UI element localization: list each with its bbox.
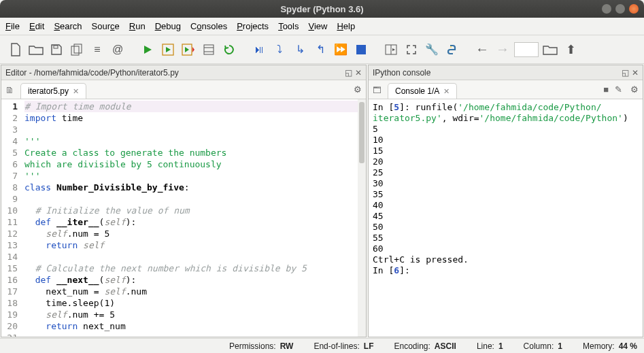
- gutter: 12345678910111213141516171819202122: [1, 99, 22, 337]
- main-area: Editor - /home/fahmida/code/Python/itera…: [0, 64, 644, 338]
- menu-view[interactable]: View: [308, 21, 327, 31]
- svg-rect-0: [54, 46, 58, 48]
- menu-projects[interactable]: Projects: [237, 21, 269, 31]
- list-icon[interactable]: ≡: [88, 41, 106, 58]
- editor-scrollbar[interactable]: [358, 99, 366, 337]
- svg-rect-5: [204, 45, 214, 54]
- menu-help[interactable]: Help: [337, 21, 355, 31]
- code-body[interactable]: # Import time moduleimport time'''Create…: [22, 99, 366, 337]
- console-list-icon[interactable]: 🗔: [373, 85, 382, 95]
- maximize-pane-icon[interactable]: [403, 41, 420, 58]
- pane-close-icon[interactable]: ✕: [632, 68, 639, 78]
- menu-run[interactable]: Run: [129, 21, 146, 31]
- svg-rect-6: [356, 45, 366, 54]
- preferences-icon[interactable]: 🔧: [423, 41, 441, 58]
- pane-undock-icon[interactable]: ◱: [345, 68, 352, 78]
- status-eol-value: LF: [364, 341, 374, 351]
- code-editor[interactable]: 12345678910111213141516171819202122 # Im…: [1, 99, 366, 337]
- pane-undock-icon[interactable]: ◱: [622, 68, 629, 78]
- editor-tab-label: iterator5.py: [28, 86, 69, 96]
- window-titlebar: Spyder (Python 3.6): [0, 0, 644, 18]
- menu-tools[interactable]: Tools: [278, 21, 299, 31]
- run-selection-icon[interactable]: [200, 41, 218, 58]
- debug-icon[interactable]: ⏯: [250, 41, 268, 58]
- svg-point-8: [450, 46, 452, 48]
- tab-list-icon[interactable]: 🗎: [5, 85, 14, 95]
- console-output[interactable]: In [5]: runfile('/home/fahmida/code/Pyth…: [369, 99, 643, 337]
- menubar: File Edit Search Source Run Debug Consol…: [0, 18, 644, 35]
- menu-debug[interactable]: Debug: [155, 21, 181, 31]
- status-mem-label: Memory:: [583, 341, 615, 351]
- status-col-value: 1: [558, 341, 562, 351]
- open-folder-icon[interactable]: [27, 41, 45, 58]
- continue-icon[interactable]: ⏩: [332, 41, 350, 58]
- status-line-label: Line:: [477, 341, 494, 351]
- window-controls: [602, 4, 639, 14]
- step-into-icon[interactable]: ↳: [291, 41, 309, 58]
- status-perm-value: RW: [280, 341, 294, 351]
- stop-debug-icon[interactable]: [352, 41, 370, 58]
- editor-pane-title: Editor - /home/fahmida/code/Python/itera…: [1, 65, 366, 80]
- new-file-icon[interactable]: [7, 41, 24, 58]
- menu-source[interactable]: Source: [92, 21, 120, 31]
- toolbar: ≡ @ ⏯ ⤵ ↳ ↰ ⏩ 🔧 ← → ⬆: [0, 35, 644, 64]
- step-over-icon[interactable]: ⤵: [271, 41, 288, 58]
- editor-tab[interactable]: iterator5.py ✕: [20, 83, 86, 99]
- console-stop-icon[interactable]: ■: [603, 84, 609, 95]
- pane-close-icon[interactable]: ✕: [355, 68, 362, 78]
- console-tab[interactable]: Console 1/A ✕: [388, 83, 457, 99]
- step-out-icon[interactable]: ↰: [311, 41, 329, 58]
- status-enc-value: ASCII: [435, 341, 456, 351]
- status-mem-value: 44 %: [619, 341, 637, 351]
- console-tab-label: Console 1/A: [395, 86, 439, 96]
- close-tab-icon[interactable]: ✕: [73, 87, 79, 96]
- maximize-icon[interactable]: [615, 4, 625, 14]
- close-console-tab-icon[interactable]: ✕: [443, 87, 450, 96]
- window-title: Spyder (Python 3.6): [0, 4, 644, 14]
- run-icon[interactable]: [139, 41, 156, 58]
- menu-edit[interactable]: Edit: [29, 21, 44, 31]
- console-options-icon[interactable]: ⚙: [630, 84, 639, 95]
- status-col-label: Column:: [524, 341, 554, 351]
- console-pane: IPython console ◱✕ 🗔 Console 1/A ✕ ■ ✎ ⚙…: [368, 65, 643, 337]
- console-pane-title: IPython console ◱✕: [369, 65, 643, 80]
- menu-consoles[interactable]: Consoles: [190, 21, 227, 31]
- workdir-select[interactable]: [514, 42, 539, 57]
- back-icon[interactable]: ←: [473, 41, 491, 58]
- status-perm-label: Permissions:: [229, 341, 276, 351]
- save-all-icon[interactable]: [68, 41, 86, 58]
- status-line-value: 1: [498, 341, 503, 351]
- svg-rect-1: [71, 46, 79, 55]
- python-path-icon[interactable]: [443, 41, 461, 58]
- editor-path-label: Editor - /home/fahmida/code/Python/itera…: [5, 68, 179, 78]
- close-icon[interactable]: [629, 4, 639, 14]
- browse-dir-icon[interactable]: [541, 41, 559, 58]
- console-clear-icon[interactable]: ✎: [615, 84, 622, 95]
- run-cell-advance-icon[interactable]: [180, 41, 197, 58]
- tab-options-icon[interactable]: ⚙: [354, 84, 362, 95]
- editor-tabrow: 🗎 iterator5.py ✕ ⚙: [1, 80, 366, 99]
- console-tabrow: 🗔 Console 1/A ✕ ■ ✎ ⚙: [369, 80, 643, 99]
- menu-search[interactable]: Search: [54, 21, 82, 31]
- forward-icon[interactable]: →: [494, 41, 511, 58]
- status-enc-label: Encoding:: [394, 341, 430, 351]
- statusbar: Permissions:RW End-of-lines:LF Encoding:…: [0, 338, 644, 353]
- svg-rect-2: [74, 44, 82, 53]
- parent-dir-icon[interactable]: ⬆: [562, 41, 579, 58]
- goto-layout-icon[interactable]: [382, 41, 400, 58]
- run-cell-icon[interactable]: [159, 41, 177, 58]
- status-eol-label: End-of-lines:: [313, 341, 359, 351]
- save-icon[interactable]: [48, 41, 65, 58]
- console-title-label: IPython console: [373, 68, 430, 78]
- rerun-icon[interactable]: [220, 41, 238, 58]
- at-icon[interactable]: @: [109, 41, 126, 58]
- editor-pane: Editor - /home/fahmida/code/Python/itera…: [1, 65, 367, 337]
- minimize-icon[interactable]: [602, 4, 611, 14]
- menu-file[interactable]: File: [5, 21, 20, 31]
